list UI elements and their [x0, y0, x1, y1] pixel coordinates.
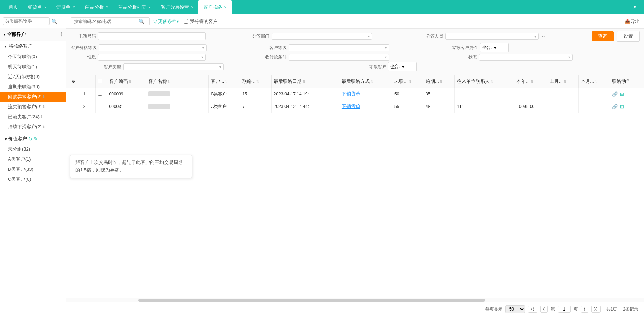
th-last-contact-method[interactable]: 最后联络方式 ⇅ — [339, 75, 392, 88]
cell-last-method-0[interactable]: 下销货单 — [339, 88, 392, 100]
more-conditions-btn[interactable]: ▽ 更多条件 ▾ — [153, 18, 179, 25]
page-number-input[interactable] — [558, 306, 571, 313]
nav-product-analysis-list[interactable]: 商品分析列表 × — [113, 0, 156, 14]
name-blurred-0 — [148, 91, 170, 96]
pending-contact-group[interactable]: ▼ 待联络客户 — [0, 41, 66, 52]
prev-page-btn[interactable]: ⟨ — [540, 306, 548, 313]
export-button[interactable]: 📤 导出 — [625, 18, 640, 25]
action-grid-icon-1[interactable]: ⊞ — [620, 104, 624, 109]
last-method-link-0[interactable]: 下销货单 — [342, 91, 360, 96]
query-button[interactable]: 查询 — [592, 31, 614, 41]
per-page-select[interactable]: 50 100 — [505, 305, 525, 313]
phone-input[interactable] — [98, 32, 206, 40]
customer-level-select[interactable]: ▾ — [289, 44, 389, 51]
cell-this-month-1 — [579, 100, 610, 113]
th-unit-contact[interactable]: 往来单位联系人 ⇅ — [455, 75, 514, 88]
zero-customer-select[interactable]: 全部 ▾ — [388, 62, 417, 71]
price-level-select[interactable]: ▾ — [99, 44, 207, 51]
th-last-month[interactable]: 上月... ⇅ — [547, 75, 579, 88]
person-field: 分管人员 ▾ ··· — [418, 33, 589, 40]
cell-seq-0: 1 — [81, 88, 95, 100]
sort-overdue-icon: ⇅ — [440, 80, 443, 84]
value-customers-group[interactable]: ▼ 价值客户 ↻ ✎ — [0, 133, 66, 144]
th-this-year[interactable]: 本年... ⇅ — [514, 75, 547, 88]
row-checkbox-0[interactable] — [98, 91, 102, 96]
sidebar-item-unclassified[interactable]: 未分组(32) — [0, 144, 66, 154]
nav-home[interactable]: 首页 — [4, 0, 23, 14]
repurchase-info-icon[interactable]: ℹ — [43, 95, 45, 99]
close-purchase-icon[interactable]: × — [73, 5, 75, 9]
cell-code-0: 000039 — [107, 88, 146, 100]
close-all-button[interactable]: × — [629, 4, 640, 11]
sidebar-item-already-lost[interactable]: 已流失客户(24) ℹ — [0, 112, 66, 122]
more-dots[interactable]: ··· — [71, 64, 75, 70]
sort-code-icon: ⇅ — [129, 80, 131, 84]
action-grid-icon-0[interactable]: ⊞ — [620, 91, 624, 97]
nav-purchase[interactable]: 进货单 × — [51, 0, 80, 14]
gender-select[interactable]: ▾ — [98, 54, 206, 61]
declining-info-icon[interactable]: ℹ — [43, 125, 45, 129]
sidebar-item-declining[interactable]: 持续下滑客户(2) ℹ — [0, 122, 66, 132]
th-overdue[interactable]: 逾期... ⇅ — [423, 75, 455, 88]
sidebar-search-input[interactable] — [3, 17, 50, 25]
my-customers-checkbox[interactable] — [184, 19, 188, 24]
close-customer-segment-icon[interactable]: × — [191, 5, 193, 9]
my-customers-checkbox-label[interactable]: 我分管的客户 — [184, 18, 218, 25]
customer-type-select[interactable]: ▾ — [123, 63, 224, 70]
cell-checkbox-0[interactable] — [95, 88, 107, 100]
last-page-btn[interactable]: ⟩⟩ — [591, 306, 601, 313]
refresh-icon[interactable]: ↻ — [28, 136, 32, 142]
sidebar-item-repurchase[interactable]: 回购异常客户(2) ℹ — [0, 92, 66, 102]
next-page-btn[interactable]: ⟩ — [581, 306, 588, 313]
th-uncontacted[interactable]: 未联... ⇅ — [392, 75, 423, 88]
cell-last-method-1[interactable]: 下销货单 — [339, 100, 392, 113]
lost-preview-info-icon[interactable]: ℹ — [43, 105, 45, 109]
person-select[interactable]: ▾ — [445, 33, 539, 40]
status-select[interactable]: ▾ — [479, 54, 573, 61]
main-search-input[interactable] — [74, 19, 139, 24]
payment-select[interactable]: ▾ — [289, 54, 389, 61]
dept-select[interactable]: ▾ — [272, 33, 372, 40]
th-name[interactable]: 客户名称 ⇅ — [146, 75, 209, 88]
zero-customer-attr-select[interactable]: 全部 ▾ — [480, 43, 509, 52]
cell-checkbox-1[interactable] — [95, 100, 107, 113]
select-all-checkbox[interactable] — [98, 79, 102, 83]
sidebar-item-tomorrow[interactable]: 明天待联络(1) — [0, 62, 66, 72]
action-link-icon-1[interactable]: 🔗 — [612, 104, 618, 109]
th-settings[interactable]: ⚙ — [66, 75, 81, 88]
sidebar-item-lost-preview[interactable]: 流失预警客户(3) ℹ — [0, 102, 66, 112]
th-last-contact-date[interactable]: 最后联络日期 ⇅ — [271, 75, 339, 88]
nav-sales[interactable]: 销货单 × — [23, 0, 51, 14]
settings-button[interactable]: 设置 — [617, 31, 640, 42]
nav-customer-segment[interactable]: 客户分层经营 × — [156, 0, 198, 14]
nav-customer-contact[interactable]: 客户联络 × — [198, 0, 231, 14]
th-contact[interactable]: 联络... ⇅ — [240, 75, 271, 88]
name-blurred-1 — [148, 104, 170, 109]
nav-product-analysis[interactable]: 商品分析 × — [80, 0, 113, 14]
sidebar-item-today[interactable]: 今天待联络(0) — [0, 52, 66, 62]
th-checkbox[interactable] — [95, 75, 107, 88]
already-lost-info-icon[interactable]: ℹ — [41, 115, 42, 119]
row-checkbox-1[interactable] — [98, 104, 102, 108]
th-this-month[interactable]: 本月... ⇅ — [579, 75, 610, 88]
sidebar-item-7days[interactable]: 近7天待联络(0) — [0, 72, 66, 82]
th-code[interactable]: 客户编码 ⇅ — [107, 75, 146, 88]
sidebar-item-class-c[interactable]: C类客户(6) — [0, 174, 66, 184]
first-page-btn[interactable]: ⟨⟨ — [528, 306, 537, 313]
last-method-link-1[interactable]: 下销货单 — [342, 104, 360, 109]
action-link-icon-0[interactable]: 🔗 — [612, 91, 618, 97]
close-customer-contact-icon[interactable]: × — [224, 5, 226, 9]
close-product-analysis-icon[interactable]: × — [106, 5, 108, 9]
close-sales-icon[interactable]: × — [44, 5, 46, 9]
close-product-list-icon[interactable]: × — [148, 5, 150, 9]
customer-type-chevron-icon: ▾ — [219, 65, 221, 69]
sidebar-item-class-a[interactable]: A类客户(1) — [0, 154, 66, 164]
th-category[interactable]: 客户... ⇅ — [209, 75, 240, 88]
person-dots[interactable]: ··· — [540, 33, 545, 39]
main-search-icon[interactable]: 🔍 — [139, 19, 144, 24]
sidebar-search-icon[interactable]: 🔍 — [51, 19, 57, 24]
collapse-icon[interactable]: 《 — [58, 31, 62, 38]
sidebar-item-overdue[interactable]: 逾期未联络(30) — [0, 82, 66, 92]
sidebar-item-class-b[interactable]: B类客户(33) — [0, 164, 66, 174]
edit-group-icon[interactable]: ✎ — [34, 136, 38, 142]
